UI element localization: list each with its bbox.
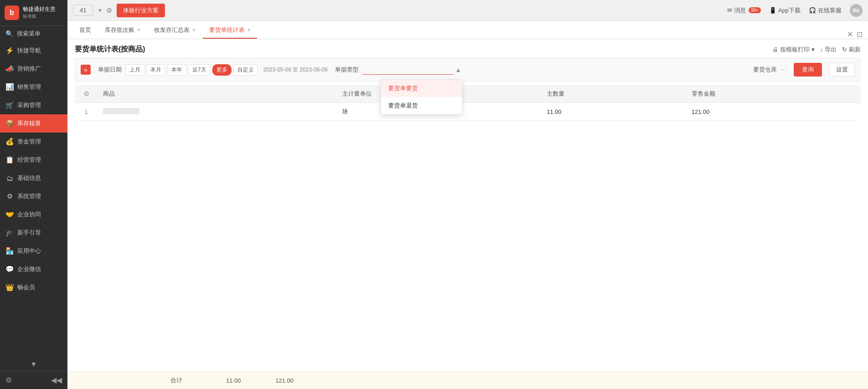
col-settings[interactable]: ⚙ <box>75 85 98 103</box>
filter-bar: » 单据日期 上月 本月 本年 近7天 更多 自定义 2023-05-06 至 … <box>75 58 861 82</box>
print-btn[interactable]: 🖨 按模板打印 ▾ <box>772 46 815 54</box>
system-icon: ⚙ <box>5 192 14 200</box>
sidebar-item-label: 应用中心 <box>17 247 41 255</box>
footer-amount: 121.00 <box>276 377 294 384</box>
sidebar-item-label: 系统管理 <box>17 192 41 200</box>
cooperation-icon: 🤝 <box>5 210 14 219</box>
date-range: 2023-05-06 至 2023-06-06 <box>263 66 328 74</box>
sidebar-footer: ⚙ ◀◀ <box>0 371 67 389</box>
tab-inventory-batch-close[interactable]: × <box>137 27 140 33</box>
window-expand-btn[interactable]: ⊡ <box>857 30 863 39</box>
sidebar-item-guide[interactable]: 🎓 新手引导 <box>0 224 67 242</box>
sidebar-item-label: 企业协同 <box>17 210 41 219</box>
col-settings-icon[interactable]: ⚙ <box>83 90 89 97</box>
sidebar-item-inventory[interactable]: 📦 库存核算 <box>0 114 67 133</box>
table-row: 1 块 11.00 121.00 <box>75 103 861 121</box>
page-header: 要货单统计表(按商品) 🖨 按模板打印 ▾ ↓ 导出 ↻ 刷新 <box>67 39 868 58</box>
page-actions: 🖨 按模板打印 ▾ ↓ 导出 ↻ 刷新 <box>772 46 861 54</box>
table-header-row: ⚙ 商品 主计量单位 主数量 零售金额 <box>75 85 861 103</box>
sidebar-item-cooperation[interactable]: 🤝 企业协同 <box>0 205 67 224</box>
tab-receive-summary[interactable]: 收发存汇总表 × <box>148 22 202 39</box>
tab-order-summary-close[interactable]: × <box>247 27 251 33</box>
settings-btn[interactable]: 设置 <box>829 63 855 77</box>
message-icon: ✉ <box>727 7 732 14</box>
topbar-left: 41 ▾ ⚙ 体验行业方案 <box>73 4 165 17</box>
row-num: 1 <box>75 103 98 121</box>
refresh-btn[interactable]: ↻ 刷新 <box>842 46 861 54</box>
sidebar-item-sales[interactable]: 📊 销售管理 <box>0 78 67 96</box>
export-btn[interactable]: ↓ 导出 <box>820 46 837 54</box>
app-download-btn[interactable]: 📱 App下载 <box>769 6 801 15</box>
marketing-icon: 📣 <box>5 65 14 73</box>
type-select-wrapper: ▲ <box>362 65 461 75</box>
type-dropdown: 要货单要货 要货单退货 <box>380 79 462 115</box>
footer-quantity: 11.00 <box>226 377 241 384</box>
sidebar-item-system[interactable]: ⚙ 系统管理 <box>0 187 67 205</box>
main-content: 41 ▾ ⚙ 体验行业方案 ✉ 消息 99+ 📱 App下载 🎧 在线客服 Ri… <box>67 0 868 389</box>
purchase-icon: 🛒 <box>5 101 14 109</box>
sales-icon: 📊 <box>5 83 14 91</box>
date-this-month[interactable]: 本月 <box>146 64 165 76</box>
sidebar-item-wechat[interactable]: 💬 企业微信 <box>0 260 67 278</box>
warehouse-label: 要货仓库 <box>753 66 777 74</box>
tab-order-summary[interactable]: 要货单统计表 × <box>203 22 257 39</box>
sidebar-item-label: 快捷导航 <box>17 46 41 55</box>
sidebar-item-label: 畅会员 <box>17 283 35 292</box>
message-badge: 99+ <box>749 7 761 13</box>
date-custom[interactable]: 自定义 <box>233 64 258 76</box>
footer-label: 合计 <box>170 376 182 384</box>
settings-icon[interactable]: ⚙ <box>5 376 12 384</box>
row-product <box>98 103 337 121</box>
window-close-btn[interactable]: ✕ <box>847 30 853 39</box>
sidebar-item-marketing[interactable]: 📣 营销推广 <box>0 60 67 78</box>
tab-home[interactable]: 首页 <box>73 22 98 39</box>
warehouse-more-icon[interactable]: ··· <box>781 66 786 74</box>
query-btn[interactable]: 查询 <box>794 63 822 77</box>
filter-type-group: 单据类型 ▲ 要货单要货 要货单退货 <box>335 65 461 75</box>
dropdown-item-order-return[interactable]: 要货单退货 <box>381 97 462 114</box>
sidebar-item-label: 基础信息 <box>17 174 41 182</box>
date-label: 单据日期 <box>98 66 122 74</box>
date-last-7-days[interactable]: 近7天 <box>188 64 211 76</box>
export-icon: ↓ <box>820 46 823 53</box>
message-label: 消息 <box>734 6 746 15</box>
tab-count-chevron[interactable]: ▾ <box>98 7 102 14</box>
sidebar-item-member[interactable]: 👑 畅会员 <box>0 278 67 297</box>
trial-btn[interactable]: 体验行业方案 <box>117 4 165 17</box>
col-product: 商品 <box>98 85 337 103</box>
date-this-year[interactable]: 本年 <box>167 64 186 76</box>
member-icon: 👑 <box>5 283 14 292</box>
type-chevron-up[interactable]: ▲ <box>455 67 461 73</box>
collapse-icon[interactable]: ◀◀ <box>51 376 62 384</box>
product-name-placeholder <box>103 108 139 114</box>
sidebar-item-basics[interactable]: 🗂 基础信息 <box>0 169 67 187</box>
date-buttons: 上月 本月 本年 近7天 更多 自定义 <box>125 64 258 76</box>
type-input[interactable] <box>362 65 453 75</box>
sidebar-item-finance[interactable]: 💰 资金管理 <box>0 133 67 151</box>
dropdown-item-order-goods[interactable]: 要货单要货 <box>381 80 462 97</box>
sidebar-item-purchase[interactable]: 🛒 采购管理 <box>0 96 67 114</box>
date-more[interactable]: 更多 <box>212 64 231 76</box>
user-avatar[interactable]: Rit <box>850 4 863 17</box>
tab-inventory-batch[interactable]: 库存批次账 × <box>98 22 147 39</box>
data-table: ⚙ 商品 主计量单位 主数量 零售金额 1 块 <box>75 85 861 121</box>
message-btn[interactable]: ✉ 消息 99+ <box>727 6 761 15</box>
row-amount: 121.00 <box>686 103 861 121</box>
sidebar-item-operations[interactable]: 📋 经营管理 <box>0 151 67 169</box>
sidebar-item-appstore[interactable]: 🏪 应用中心 <box>0 242 67 260</box>
sidebar-item-label: 企业微信 <box>17 265 41 273</box>
search-menu[interactable]: 🔍 搜索菜单 <box>0 26 67 41</box>
tab-home-label: 首页 <box>79 26 91 34</box>
sidebar-item-quick-nav[interactable]: ⚡ 快捷导航 <box>0 41 67 60</box>
topbar-settings-icon[interactable]: ⚙ <box>106 6 112 15</box>
service-label: 在线客服 <box>818 6 842 15</box>
service-btn[interactable]: 🎧 在线客服 <box>809 6 842 15</box>
guide-icon: 🎓 <box>5 229 14 237</box>
date-last-month[interactable]: 上月 <box>125 64 144 76</box>
filter-expand-btn[interactable]: » <box>81 65 91 75</box>
sidebar-scroll-down[interactable]: ▼ <box>0 358 67 371</box>
sidebar-item-label: 营销推广 <box>17 65 41 73</box>
sidebar-item-label: 库存核算 <box>17 119 41 128</box>
tab-receive-summary-close[interactable]: × <box>192 27 195 33</box>
tab-count-display[interactable]: 41 <box>73 5 93 16</box>
